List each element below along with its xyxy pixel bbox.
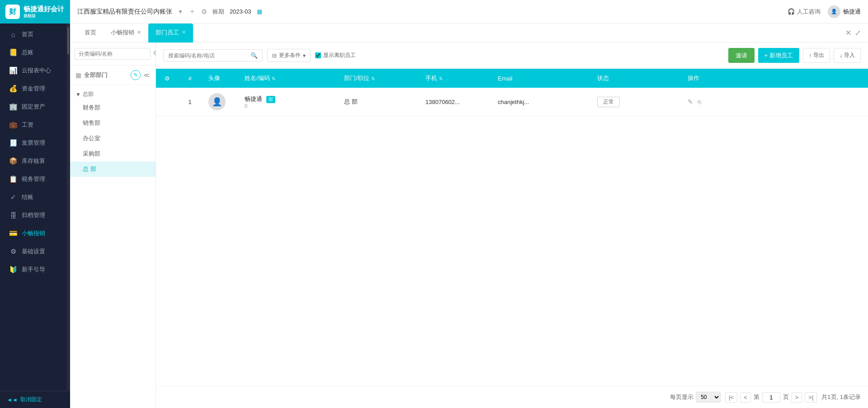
import-button[interactable]: ↓ 导入	[834, 48, 861, 63]
row-name-cell: 畅捷通 部 0	[237, 88, 337, 116]
dept-group-general: ▼ 总部	[70, 87, 156, 100]
sidebar-item-ledger[interactable]: 📒 总账	[0, 43, 70, 62]
sort-phone-icon: ⇅	[439, 76, 443, 81]
col-name[interactable]: 姓名/编码 ⇅	[237, 69, 337, 88]
dept-collapse-icon[interactable]: ≪	[143, 71, 150, 79]
employee-name: 畅捷通	[245, 95, 262, 102]
main-area: 江西服宝精品有限责任公司内账张 ▼ ＋ ⚙ 账期 2023-03 ▦ 🎧 人工咨…	[70, 0, 868, 408]
home-icon: ⌂	[9, 31, 17, 38]
support-button[interactable]: 🎧 人工咨询	[788, 8, 821, 16]
sidebar-item-archive[interactable]: 🗄 归档管理	[0, 206, 70, 224]
tabs-controls: ✕ ⤢	[845, 28, 861, 37]
row-status-cell: 正常	[590, 88, 680, 116]
guide-icon: 🔰	[9, 266, 17, 274]
sidebar-nav: ⌂ 首页 📒 总账 📊 云报表中心 💰 资金管理 🏢 固定资产 💼 工资 🧾 发…	[0, 24, 70, 391]
first-page-button[interactable]: |<	[725, 392, 737, 403]
employee-search-icon[interactable]: 🔍	[250, 52, 258, 59]
salary-icon: 💼	[9, 121, 17, 129]
chevron-down-icon: ▼	[75, 91, 81, 98]
company-dropdown-icon[interactable]: ▼	[178, 9, 183, 15]
calendar-icon[interactable]: ▦	[257, 8, 262, 15]
per-page-select[interactable]: 50 20 100	[696, 392, 721, 403]
sidebar-item-guide[interactable]: 🔰 新手引导	[0, 261, 70, 279]
tab-expense[interactable]: 小畅报销 ✕	[104, 24, 148, 43]
app-name: 畅捷通好会计	[24, 5, 64, 13]
dept-search-input[interactable]	[75, 48, 151, 60]
dept-header: ▦ 全部部门 ✎ ≪	[70, 66, 156, 85]
filter-icon: ⊟	[272, 52, 277, 59]
sidebar-item-inventory[interactable]: 📦 库存核算	[0, 152, 70, 170]
employee-type-badge: 部	[266, 96, 275, 103]
archive-icon: 🗄	[9, 212, 17, 219]
prev-page-button[interactable]: <	[740, 392, 751, 403]
period-value[interactable]: 2023-03	[230, 8, 251, 15]
avatar: 👤	[208, 93, 226, 110]
employee-table: ⚙ # 头像 姓名/编码 ⇅ 部门/职位	[156, 69, 868, 116]
sidebar-item-tax[interactable]: 📋 税务管理	[0, 170, 70, 188]
sidebar-item-invoice[interactable]: 🧾 发票管理	[0, 134, 70, 152]
filter-dropdown-icon: ▾	[303, 52, 306, 59]
export-button[interactable]: ↑ 导出	[803, 48, 830, 63]
add-employee-button[interactable]: + 新增员工	[758, 48, 799, 63]
export-icon: ↑	[809, 52, 811, 59]
employee-search-input[interactable]	[168, 52, 248, 59]
sidebar-item-checkout[interactable]: ✓ 结账	[0, 188, 70, 206]
row-index: 1	[179, 88, 201, 116]
sidebar-item-reports[interactable]: 📊 云报表中心	[0, 62, 70, 80]
delete-employee-icon[interactable]: ⎋	[698, 98, 701, 105]
content-area: 🔍 ▦ 全部部门 ✎ ≪ ▼ 总部 财务部 销售部 办公室	[70, 43, 868, 408]
reports-icon: 📊	[9, 66, 17, 75]
page-number-input[interactable]	[762, 392, 780, 403]
sidebar-item-assets[interactable]: 🏢 固定资产	[0, 98, 70, 116]
col-status: 状态	[590, 69, 680, 88]
ledger-icon: 📒	[9, 48, 17, 57]
dept-item-sales[interactable]: 销售部	[70, 115, 156, 131]
user-menu[interactable]: 👤 畅捷通	[828, 5, 861, 18]
tab-employees[interactable]: 部门员工 ✕	[148, 24, 193, 43]
dept-edit-button[interactable]: ✎	[131, 70, 141, 80]
col-phone[interactable]: 手机 ⇅	[418, 69, 491, 88]
last-page-button[interactable]: >|	[805, 392, 817, 403]
col-email: Email	[491, 69, 590, 88]
add-company-button[interactable]: ＋	[189, 7, 196, 16]
col-gear[interactable]: ⚙	[156, 69, 179, 88]
checkout-icon: ✓	[9, 193, 17, 201]
more-filter-button[interactable]: ⊟ 更多条件 ▾	[267, 49, 311, 62]
pagination: 每页显示 50 20 100 |< < 第 页 > >| 共1页, 1条	[156, 386, 868, 408]
tab-home[interactable]: 首页	[77, 24, 104, 43]
dept-item-purchasing[interactable]: 采购部	[70, 146, 156, 161]
dept-item-office[interactable]: 办公室	[70, 131, 156, 146]
sidebar-item-funds[interactable]: 💰 资金管理	[0, 80, 70, 98]
row-actions-cell: ✎ ⎋	[680, 88, 868, 116]
settings-gear-icon[interactable]: ⚙	[201, 8, 207, 16]
edit-employee-icon[interactable]: ✎	[688, 98, 693, 105]
dept-item-general[interactable]: 总 部	[70, 161, 156, 177]
close-expense-tab-icon[interactable]: ✕	[137, 29, 141, 35]
next-page-button[interactable]: >	[792, 392, 802, 403]
sidebar-item-salary[interactable]: 💼 工资	[0, 116, 70, 134]
period-label: 账期	[212, 8, 224, 16]
inventory-icon: 📦	[9, 157, 17, 165]
cancel-fixed-button[interactable]: ◄◄ 取消固定	[0, 391, 70, 408]
col-dept[interactable]: 部门/职位 ⇅	[337, 69, 418, 88]
show-resigned-checkbox[interactable]	[315, 52, 321, 58]
sidebar-item-home[interactable]: ⌂ 首页	[0, 25, 70, 43]
close-employees-tab-icon[interactable]: ✕	[182, 29, 186, 35]
row-avatar-cell: 👤	[201, 88, 237, 116]
employee-panel: 🔍 ⊟ 更多条件 ▾ 显示离职员工 邀请 + 新增员工 ↑ 导出	[156, 43, 868, 408]
col-index: #	[179, 69, 201, 88]
close-tab-button[interactable]: ✕	[845, 28, 851, 37]
col-actions: 操作	[680, 69, 868, 88]
show-resigned-toggle[interactable]: 显示离职员工	[315, 52, 356, 59]
app-edition: 旗舰版	[24, 13, 64, 19]
sidebar-item-expense[interactable]: 💳 小畅报销	[0, 224, 70, 242]
headset-icon: 🎧	[788, 8, 795, 15]
employee-search-box: 🔍	[163, 49, 263, 62]
dept-item-finance[interactable]: 财务部	[70, 100, 156, 115]
row-gear-cell	[156, 88, 179, 116]
company-name[interactable]: 江西服宝精品有限责任公司内账张	[77, 8, 172, 16]
expand-tab-button[interactable]: ⤢	[855, 28, 861, 37]
sidebar-item-settings[interactable]: ⚙ 基础设置	[0, 242, 70, 261]
invite-button[interactable]: 邀请	[728, 48, 755, 63]
app-logo: 财 畅捷通好会计 旗舰版	[0, 0, 70, 24]
